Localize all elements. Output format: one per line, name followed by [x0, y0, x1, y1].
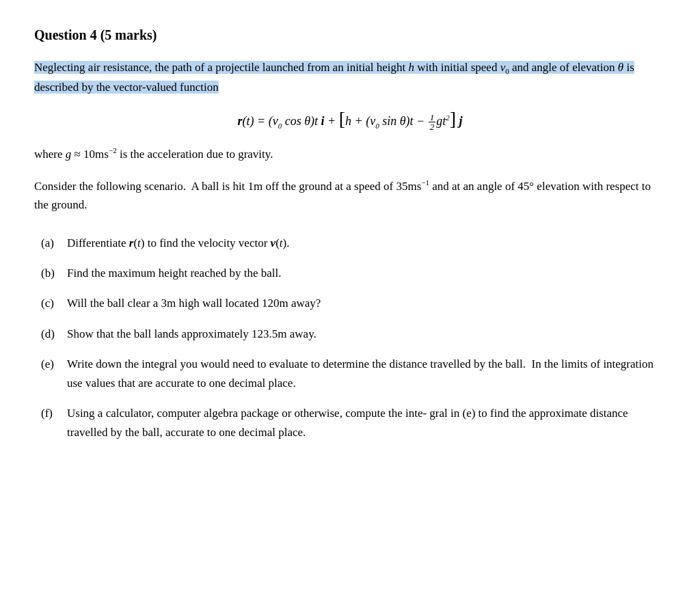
part-a-text: Differentiate r(t) to find the velocity …: [67, 234, 666, 253]
part-f-text: Using a calculator, computer algebra pac…: [67, 404, 666, 442]
part-e-label: (e): [41, 355, 67, 374]
part-b-label: (b): [41, 264, 67, 283]
part-d-label: (d): [41, 325, 67, 344]
part-d-text: Show that the ball lands approximately 1…: [67, 325, 666, 344]
highlighted-intro: Neglecting air resistance, the path of a…: [34, 61, 634, 94]
part-c-text: Will the ball clear a 3m high wall locat…: [67, 294, 666, 313]
scenario-paragraph: Consider the following scenario. A ball …: [34, 176, 666, 215]
part-b-text: Find the maximum height reached by the b…: [67, 264, 666, 283]
part-f: (f) Using a calculator, computer algebra…: [41, 404, 666, 442]
where-line: where g ≈ 10ms−2 is the acceleration due…: [34, 145, 666, 163]
question-title: Question 4 (5 marks): [34, 27, 666, 43]
part-a-label: (a): [41, 234, 67, 253]
parts-list: (a) Differentiate r(t) to find the veloc…: [41, 234, 666, 442]
part-c: (c) Will the ball clear a 3m high wall l…: [41, 294, 666, 313]
part-a: (a) Differentiate r(t) to find the veloc…: [41, 234, 666, 253]
formula-block: r(t) = (v0 cos θ)t i + [h + (v0 sin θ)t …: [34, 109, 666, 133]
intro-paragraph: Neglecting air resistance, the path of a…: [34, 58, 666, 97]
part-e: (e) Write down the integral you would ne…: [41, 355, 666, 393]
part-e-text: Write down the integral you would need t…: [67, 355, 666, 393]
part-f-label: (f): [41, 404, 67, 423]
part-c-label: (c): [41, 294, 67, 313]
part-d: (d) Show that the ball lands approximate…: [41, 325, 666, 344]
part-b: (b) Find the maximum height reached by t…: [41, 264, 666, 283]
